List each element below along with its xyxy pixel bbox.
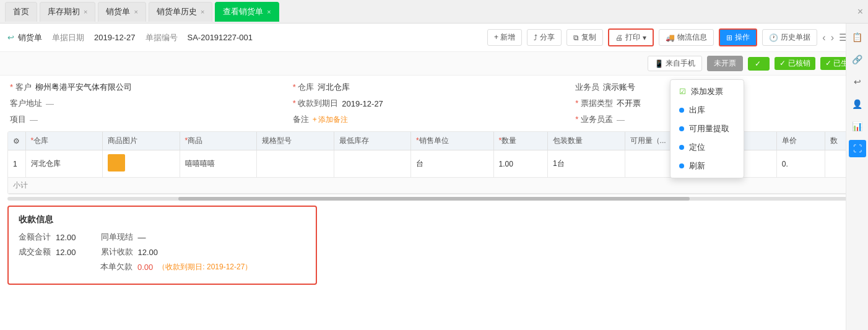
scroll-hint[interactable] bbox=[7, 197, 861, 201]
doc-meta: 单据日期 2019-12-27 单据编号 SA-20191227-001 bbox=[52, 32, 253, 43]
amount-item: 金额合计 12.00 bbox=[19, 232, 76, 243]
warehouse-label: 仓库 bbox=[293, 82, 315, 93]
confirm-button[interactable]: ✓ bbox=[748, 57, 770, 71]
row-warehouse: 河北仓库 bbox=[25, 150, 103, 178]
from-phone-button[interactable]: 📱 来自手机 bbox=[648, 56, 702, 71]
row-spec bbox=[257, 150, 334, 178]
doc-number-value: SA-20191227-001 bbox=[188, 33, 253, 42]
already-voided-badge: ✓ 已核销 bbox=[775, 57, 815, 70]
check-icon: ✓ bbox=[779, 59, 786, 67]
outbound-item[interactable]: 出库 bbox=[671, 101, 744, 119]
same-order-item: 同单现结 — bbox=[101, 232, 146, 243]
sidebar-icon-2[interactable]: 🔗 bbox=[849, 51, 866, 68]
sidebar-icon-1[interactable]: 📋 bbox=[849, 28, 866, 46]
nav-prev-icon[interactable]: ‹ bbox=[822, 32, 825, 43]
col-unit: *销售单位 bbox=[411, 132, 493, 150]
col-min-stock: 最低库存 bbox=[334, 132, 411, 150]
sidebar-icon-5[interactable]: 📊 bbox=[849, 118, 866, 135]
dot-icon4 bbox=[679, 163, 684, 168]
accumulated-label: 累计收款 bbox=[101, 246, 133, 258]
payment-date-field: 收款到期日 2019-12-27 bbox=[293, 98, 576, 109]
salesperson-label: 业务员孟 bbox=[575, 114, 613, 125]
operations-button[interactable]: ⊞ 操作 bbox=[719, 28, 757, 46]
subtotal-row: 小计 bbox=[8, 178, 860, 194]
check-icon: ☑ bbox=[679, 87, 686, 96]
scroll-thumb[interactable] bbox=[178, 197, 690, 201]
tab-sales-close[interactable]: × bbox=[134, 8, 137, 15]
doc-header: ↩ 销货单 单据日期 2019-12-27 单据编号 SA-20191227-0… bbox=[0, 24, 868, 52]
project-value: — bbox=[30, 115, 293, 124]
logistics-button[interactable]: 🚚 物流信息 bbox=[659, 29, 714, 46]
sidebar-icon-6[interactable]: ⛶ bbox=[849, 140, 866, 157]
tab-sales-history[interactable]: 销货单历史 × bbox=[149, 2, 212, 22]
col-gear[interactable]: ⚙ bbox=[8, 132, 25, 150]
history-button[interactable]: 🕐 历史单据 bbox=[762, 29, 817, 46]
tab-sales-history-close[interactable]: × bbox=[201, 8, 204, 15]
tab-view-sales-label: 查看销货单 bbox=[223, 6, 263, 17]
doc-actions: + 新增 ⤴ 分享 ⧉ 复制 🖨 打印 ▾ 🚚 物流信息 ⊞ 操作 bbox=[487, 28, 861, 46]
copy-button[interactable]: ⧉ 复制 bbox=[566, 29, 603, 46]
product-image bbox=[108, 154, 125, 172]
close-window-icon[interactable]: × bbox=[857, 6, 863, 17]
sidebar-icon-4[interactable]: 👤 bbox=[849, 95, 866, 113]
refresh-label: 刷新 bbox=[689, 160, 705, 172]
tab-view-sales-close[interactable]: × bbox=[267, 8, 271, 15]
payment-info-box: 收款信息 金额合计 12.00 同单现结 — 成交金额 12.00 累计收款 1… bbox=[7, 206, 317, 285]
add-note-label: 添加备注 bbox=[318, 115, 348, 125]
tab-sales[interactable]: 销货单 × bbox=[98, 2, 145, 22]
payment-row-1: 金额合计 12.00 同单现结 — bbox=[19, 232, 306, 243]
same-order-value: — bbox=[138, 233, 146, 242]
add-note-button[interactable]: + 添加备注 bbox=[313, 115, 348, 125]
locate-item[interactable]: 定位 bbox=[671, 138, 744, 157]
print-label: 打印 bbox=[625, 32, 640, 43]
nav-next-icon[interactable]: › bbox=[831, 32, 834, 43]
customer-label: 客户 bbox=[10, 82, 32, 93]
owed-value: 0.00 bbox=[137, 263, 153, 272]
locate-label: 定位 bbox=[689, 142, 705, 153]
row-qty: 1.00 bbox=[493, 150, 547, 178]
share-icon: ⤴ bbox=[534, 33, 537, 42]
subtotal-label: 小计 bbox=[8, 178, 860, 194]
share-label: 分享 bbox=[540, 32, 555, 43]
new-button[interactable]: + 新增 bbox=[487, 29, 522, 46]
tab-inventory[interactable]: 库存期初 × bbox=[40, 2, 95, 22]
tab-view-sales[interactable]: 查看销货单 × bbox=[215, 2, 279, 22]
accumulated-item: 累计收款 12.00 bbox=[101, 246, 158, 258]
row-img bbox=[103, 150, 180, 178]
share-button[interactable]: ⤴ 分享 bbox=[527, 29, 562, 46]
history-label: 历史单据 bbox=[781, 32, 810, 43]
operations-label: 操作 bbox=[735, 32, 750, 43]
main-content: ↩ 销货单 单据日期 2019-12-27 单据编号 SA-20191227-0… bbox=[0, 24, 868, 330]
sidebar-icon-3[interactable]: ↩ bbox=[849, 73, 866, 90]
transaction-value: 12.00 bbox=[56, 248, 76, 257]
available-qty-item[interactable]: 可用量提取 bbox=[671, 119, 744, 138]
col-warehouse: *仓库 bbox=[25, 132, 103, 150]
logistics-icon: 🚚 bbox=[666, 33, 675, 42]
not-open-label: 未开票 bbox=[714, 58, 736, 69]
amount-value: 12.00 bbox=[56, 233, 76, 242]
tab-inventory-close[interactable]: × bbox=[84, 8, 87, 15]
transaction-label: 成交金额 bbox=[19, 246, 51, 258]
col-price: 单价 bbox=[776, 132, 825, 150]
available-qty-label: 可用量提取 bbox=[689, 123, 729, 134]
owed-item: 本单欠款 0.00 （收款到期日: 2019-12-27） bbox=[100, 261, 252, 272]
doc-type-icon: ↩ bbox=[7, 33, 14, 42]
payment-date-label: 收款到期日 bbox=[293, 98, 339, 109]
refresh-item[interactable]: 刷新 bbox=[671, 157, 744, 175]
dot-icon bbox=[679, 108, 684, 113]
row-price: 0. bbox=[776, 150, 825, 178]
dot-icon3 bbox=[679, 145, 684, 150]
owed-label: 本单欠款 bbox=[100, 261, 132, 272]
address-value: — bbox=[46, 99, 293, 108]
payment-date-value: 2019-12-27 bbox=[342, 99, 575, 108]
add-invoice-item[interactable]: ☑ 添加发票 bbox=[671, 82, 744, 101]
tab-sales-history-label: 销货单历史 bbox=[157, 6, 197, 17]
not-open-button[interactable]: 未开票 bbox=[707, 56, 743, 71]
payment-title: 收款信息 bbox=[19, 214, 306, 225]
print-button[interactable]: 🖨 打印 ▾ bbox=[608, 28, 654, 46]
tab-home[interactable]: 首页 bbox=[5, 2, 37, 22]
transaction-item: 成交金额 12.00 bbox=[19, 246, 76, 258]
payment-row-2: 成交金额 12.00 累计收款 12.00 bbox=[19, 246, 306, 258]
doc-date-label: 单据日期 bbox=[52, 32, 84, 43]
confirm-icon: ✓ bbox=[755, 59, 761, 68]
